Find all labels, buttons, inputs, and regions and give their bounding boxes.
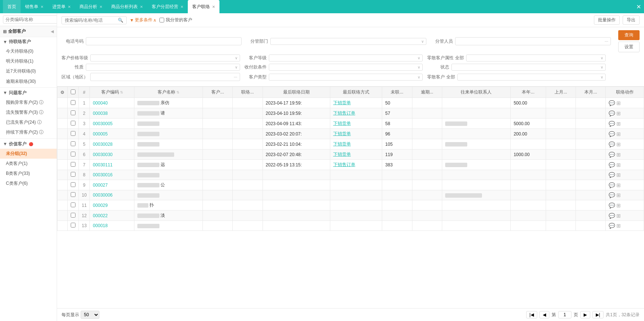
row-code[interactable]: 000027 — [90, 180, 134, 190]
status-select[interactable]: ∨ — [451, 64, 606, 71]
tab-customer-layer-close[interactable]: ✕ — [180, 5, 183, 9]
row-checkbox[interactable] — [71, 172, 75, 177]
row-code[interactable]: 000029 — [90, 200, 134, 211]
main-search-input[interactable] — [65, 18, 116, 23]
action-grid-icon[interactable]: ⊞ — [616, 162, 621, 168]
region-select[interactable]: ··· — [90, 73, 240, 81]
export-button[interactable]: 导出 — [623, 15, 640, 25]
reset-button[interactable]: 设置 — [618, 42, 640, 52]
query-button[interactable]: 查询 — [618, 30, 640, 40]
col-code[interactable]: 客户编码 — [90, 87, 134, 98]
row-code[interactable]: 000038 — [90, 108, 134, 119]
filter-more-button[interactable]: ▼ 更多条件 ∧ — [130, 17, 156, 23]
row-code[interactable]: 00030028 — [90, 139, 134, 149]
action-chat-icon[interactable]: 💬 — [609, 121, 615, 127]
phone-input[interactable] — [86, 37, 242, 45]
col-settings[interactable]: ⚙ — [57, 87, 68, 98]
tab-customer-contact[interactable]: 客户联络 ✕ — [188, 0, 219, 13]
row-checkbox[interactable] — [71, 121, 75, 126]
row-code[interactable]: 00030005 — [90, 119, 134, 129]
batch-ops-button[interactable]: 批量操作 — [594, 15, 620, 25]
action-grid-icon[interactable]: ⊞ — [616, 213, 621, 219]
person-select[interactable]: ··· — [455, 37, 611, 45]
sidebar-item-declining[interactable]: 持续下滑客户(2) ⓘ — [0, 127, 57, 137]
my-customers-check[interactable] — [159, 18, 164, 22]
row-checkbox[interactable] — [71, 223, 75, 227]
sidebar-item-7days-pending[interactable]: 近7天待联络(0) — [0, 66, 57, 76]
row-checkbox-cell[interactable] — [68, 98, 79, 108]
nature-select[interactable]: ∨ — [86, 64, 240, 71]
action-grid-icon[interactable]: ⊞ — [616, 152, 621, 158]
row-checkbox-cell[interactable] — [68, 200, 79, 211]
my-customers-checkbox[interactable]: 我分管的客户 — [159, 17, 192, 23]
sidebar-search-input[interactable] — [3, 15, 57, 24]
sidebar-item-abnormal[interactable]: 囤购异常客户(2) ⓘ — [0, 98, 57, 107]
col-name[interactable]: 客户名称 — [134, 87, 203, 98]
action-grid-icon[interactable]: ⊞ — [616, 192, 621, 198]
row-checkbox[interactable] — [71, 182, 75, 187]
sidebar-item-class-c[interactable]: C类客户(6) — [0, 179, 57, 188]
sidebar-group-pending[interactable]: ▼ 待联络客户 — [0, 37, 57, 46]
global-close-button[interactable]: ✕ — [636, 3, 641, 10]
action-chat-icon[interactable]: 💬 — [609, 162, 615, 168]
action-grid-icon[interactable]: ⊞ — [616, 223, 621, 229]
sidebar-item-tomorrow-pending[interactable]: 明天待联络(1) — [0, 56, 57, 66]
sparse-attr-select[interactable]: ∨ — [466, 54, 606, 61]
action-chat-icon[interactable]: 💬 — [609, 192, 615, 198]
sidebar-item-churn-warning[interactable]: 流失预警客户(3) ⓘ — [0, 107, 57, 117]
row-code[interactable]: 000040 — [90, 98, 134, 108]
row-checkbox[interactable] — [71, 100, 75, 105]
action-chat-icon[interactable]: 💬 — [609, 110, 615, 116]
tab-goods-analysis-close[interactable]: ✕ — [99, 5, 102, 9]
row-checkbox[interactable] — [71, 141, 75, 146]
select-all-checkbox[interactable] — [71, 89, 75, 94]
action-grid-icon[interactable]: ⊞ — [616, 172, 621, 178]
tab-sales[interactable]: 销售单 ✕ — [21, 0, 48, 13]
tab-customer-layer[interactable]: 客户分层经营 ✕ — [147, 0, 188, 13]
last-page-button[interactable]: ▶| — [592, 311, 603, 318]
main-search-icon[interactable]: 🔍 — [118, 18, 123, 23]
action-grid-icon[interactable]: ⊞ — [616, 121, 621, 127]
prev-page-button[interactable]: ◀ — [539, 311, 549, 318]
sidebar-item-today-pending[interactable]: 今天待联络(0) — [0, 46, 57, 56]
tab-goods-analysis[interactable]: 商品分析 ✕ — [75, 0, 107, 13]
customer-level-select[interactable]: ∨ — [269, 54, 423, 61]
row-checkbox-cell[interactable] — [68, 108, 79, 119]
row-checkbox[interactable] — [71, 202, 75, 207]
sidebar-group-value[interactable]: ▼ 价值客户 🔴 — [0, 140, 57, 149]
row-checkbox-cell[interactable] — [68, 149, 79, 160]
row-checkbox-cell[interactable] — [68, 211, 79, 221]
tab-home[interactable]: 首页 — [3, 0, 21, 13]
row-checkbox-cell[interactable] — [68, 190, 79, 200]
row-checkbox[interactable] — [71, 131, 75, 136]
row-code[interactable]: 00030006 — [90, 190, 134, 200]
row-checkbox-cell[interactable] — [68, 139, 79, 149]
sidebar-item-class-a[interactable]: A类客户(1) — [0, 159, 57, 169]
tab-goods-analysis-list[interactable]: 商品分析列表 ✕ — [107, 0, 147, 13]
tab-goods-analysis-list-close[interactable]: ✕ — [140, 5, 143, 9]
row-checkbox[interactable] — [71, 213, 75, 218]
first-page-button[interactable]: |◀ — [526, 311, 537, 318]
action-chat-icon[interactable]: 💬 — [609, 182, 615, 188]
sparse-customer-select[interactable]: ∨ — [457, 74, 606, 81]
action-grid-icon[interactable]: ⊞ — [616, 100, 621, 106]
action-chat-icon[interactable]: 💬 — [609, 223, 615, 229]
row-checkbox-cell[interactable] — [68, 160, 79, 170]
row-code[interactable]: 00030030 — [90, 149, 134, 160]
row-checkbox[interactable] — [71, 162, 75, 167]
row-checkbox-cell[interactable] — [68, 170, 79, 180]
page-number-input[interactable] — [558, 311, 571, 318]
payment-select[interactable]: ∨ — [269, 64, 423, 71]
action-chat-icon[interactable]: 💬 — [609, 141, 615, 147]
action-grid-icon[interactable]: ⊞ — [616, 182, 621, 188]
row-checkbox-cell[interactable] — [68, 221, 79, 231]
action-grid-icon[interactable]: ⊞ — [616, 141, 621, 147]
action-chat-icon[interactable]: 💬 — [609, 131, 615, 137]
row-checkbox-cell[interactable] — [68, 119, 79, 129]
action-chat-icon[interactable]: 💬 — [609, 100, 615, 106]
per-page-select[interactable]: 20 50 100 — [81, 311, 99, 319]
row-code[interactable]: 000022 — [90, 211, 134, 221]
tab-purchase[interactable]: 进货单 ✕ — [48, 0, 75, 13]
action-grid-icon[interactable]: ⊞ — [616, 202, 621, 208]
row-code[interactable]: 000005 — [90, 129, 134, 139]
